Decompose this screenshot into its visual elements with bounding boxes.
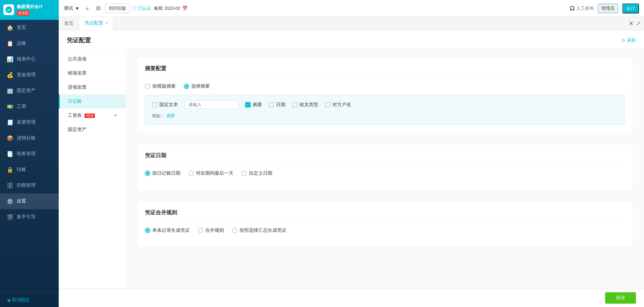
sidebar-item-invoice[interactable]: 🧾 发票管理 [0, 115, 59, 130]
sidebar-item-home[interactable]: 🏠 首页 [0, 20, 59, 36]
sidebar-item-funds[interactable]: 💰 资金管理 [0, 67, 59, 83]
sidebar-label-archive: 归档管理 [17, 182, 36, 188]
content-layout: 公共选项 销项发票 进项发票 日记账 工资表 NEW ▼ 固定资产 [59, 49, 644, 307]
sidebar-item-purchase[interactable]: 📦 进销台账 [0, 130, 59, 146]
project-arrow-icon: ▼ [75, 6, 79, 11]
radio-single-circle [145, 228, 150, 233]
checkbox-fixed-text[interactable]: 固定文本 [152, 102, 178, 108]
sidebar: 畅捷通好会计 专业版 🏠 首页 📋 总账 📊 报表中心 💰 资金管理 🏢 固定资… [0, 0, 59, 307]
checkbox-counterpart-label: 对方户名 [332, 102, 351, 108]
sidebar-item-settings[interactable]: ⚙️ 设置 [0, 193, 59, 209]
merge-title: 凭证合并规则 [145, 209, 625, 221]
sidebar-item-payroll[interactable]: 💵 工资 [0, 99, 59, 115]
merge-radio-group: 单条记录生成凭证 合并规则 按照选择汇总生成凭证 [145, 227, 625, 233]
close-panel-button[interactable]: ✕ [629, 20, 634, 27]
summary-radio-group: 按模版摘要 选择摘要 [145, 83, 625, 89]
radio-select-circle [184, 84, 189, 89]
save-button[interactable]: 保存 [605, 292, 636, 304]
checkbox-fixed-text-box [152, 102, 157, 107]
radio-merge-rule[interactable]: 合并规则 [198, 227, 224, 233]
refresh-button[interactable]: ↻ 刷新 [622, 37, 636, 43]
checkbox-counterpart-box [325, 102, 330, 107]
nav-item-payroll[interactable]: 工资表 NEW ▼ [59, 108, 125, 123]
sidebar-item-assets[interactable]: 🏢 固定资产 [0, 83, 59, 99]
sidebar-item-ledger[interactable]: 📋 总账 [0, 36, 59, 51]
tab-voucher-config[interactable]: 凭证配置 × [79, 17, 113, 30]
tax-icon: 📑 [7, 151, 13, 157]
nav-item-journal[interactable]: 日记账 [59, 94, 125, 108]
shield-icon: 🛡 [132, 6, 137, 11]
checkbox-income-type-box [292, 102, 298, 107]
topbar-actions: ＋ ⚙ 切到旧版 🛡 已认证 账期 2023-02 📅 [83, 3, 187, 14]
fixed-text-input[interactable] [185, 100, 238, 109]
nav-item-fixed[interactable]: 固定资产 [59, 123, 125, 137]
radio-selected-summary[interactable]: 按照选择汇总生成凭证 [232, 227, 286, 233]
help-button[interactable]: 🎧 人工咨询 [570, 5, 594, 11]
logo-name: 畅捷通好会计 [17, 4, 43, 10]
calendar-icon: 📅 [182, 6, 187, 11]
checkbox-date[interactable]: 日期 [269, 102, 285, 108]
page-title: 凭证配置 [67, 36, 91, 44]
sidebar-item-reports[interactable]: 📊 报表中心 [0, 51, 59, 67]
checkbox-summary[interactable]: 摘要 [245, 102, 262, 108]
checkbox-date-box [269, 102, 274, 107]
svg-point-0 [5, 6, 12, 13]
radio-template[interactable]: 按模版摘要 [145, 83, 176, 89]
user-button[interactable]: 管理员 [598, 4, 618, 13]
sidebar-logo[interactable]: 畅捷通好会计 专业版 [0, 0, 59, 20]
nav-item-purchase[interactable]: 进项发票 [59, 80, 125, 94]
role-button[interactable]: 会计 [622, 3, 639, 13]
payroll-icon: 💵 [7, 103, 13, 110]
example-value: 摘要 [166, 113, 175, 118]
nav-item-public[interactable]: 公共选项 [59, 52, 125, 66]
tab-home[interactable]: 首页 [59, 17, 79, 30]
assets-icon: 🏢 [7, 88, 13, 94]
sidebar-item-guide[interactable]: 🎬 新手引导 [0, 209, 59, 225]
purchase-icon: 📦 [7, 135, 13, 141]
example-prefix: 例如： [152, 113, 165, 118]
radio-period-last[interactable]: 对应期间最后一天 [189, 170, 233, 176]
sidebar-label-ledger: 总账 [17, 40, 26, 46]
page-header: 凭证配置 ↻ 刷新 [59, 30, 644, 49]
add-button[interactable]: ＋ [83, 3, 92, 14]
unpin-label: 取消固定 [12, 297, 30, 303]
archive-icon: 🗄️ [7, 182, 13, 189]
tabbar: 首页 凭证配置 × ✕ ⤢ [59, 17, 644, 30]
period-label: 账期 [154, 5, 163, 11]
settings-icon: ⚙️ [7, 198, 13, 205]
sidebar-item-close[interactable]: 🔒 结账 [0, 162, 59, 178]
checkbox-fixed-text-label: 固定文本 [159, 102, 178, 108]
nav-item-sales[interactable]: 销项发票 [59, 66, 125, 80]
close-account-icon: 🔒 [7, 167, 13, 173]
logo-edition: 专业版 [17, 10, 30, 16]
radio-selected-summary-circle [232, 228, 237, 233]
settings-button[interactable]: ⚙ [94, 3, 102, 13]
date-title: 凭证日期 [145, 152, 625, 164]
expand-button[interactable]: ⤢ [636, 20, 641, 27]
sidebar-menu: 🏠 首页 📋 总账 📊 报表中心 💰 资金管理 🏢 固定资产 💵 工资 🧾 发票… [0, 20, 59, 293]
example-text: 例如： 摘要 [152, 113, 618, 119]
ledger-icon: 📋 [7, 40, 13, 47]
sidebar-item-archive[interactable]: 🗄️ 归档管理 [0, 178, 59, 193]
switch-old-version-button[interactable]: 切到旧版 [105, 4, 130, 13]
sidebar-item-tax[interactable]: 📑 税务管理 [0, 146, 59, 162]
tab-close-icon[interactable]: × [105, 21, 108, 26]
radio-journal-date[interactable]: 按日记账日期 [145, 170, 180, 176]
funds-icon: 💰 [7, 72, 13, 78]
radio-custom-date[interactable]: 自定义日期 [241, 170, 272, 176]
checkbox-income-type[interactable]: 收支类型 [292, 102, 318, 108]
radio-selected-summary-label: 按照选择汇总生成凭证 [239, 227, 286, 233]
radio-template-circle [145, 84, 150, 89]
sidebar-label-funds: 资金管理 [17, 72, 36, 78]
sidebar-unpin[interactable]: ◀ 取消固定 [0, 293, 59, 307]
radio-select[interactable]: 选择摘要 [184, 83, 210, 89]
main-content: 凭证配置 ↻ 刷新 公共选项 销项发票 进项发票 日记账 工资表 N [59, 30, 644, 307]
radio-merge-rule-circle [198, 228, 203, 233]
checkbox-counterpart[interactable]: 对方户名 [325, 102, 351, 108]
tabbar-actions: ✕ ⤢ [625, 20, 644, 27]
radio-template-label: 按模版摘要 [152, 83, 176, 89]
radio-select-label: 选择摘要 [191, 83, 210, 89]
project-selector[interactable]: 测试 ▼ [64, 5, 79, 11]
reports-icon: 📊 [7, 56, 13, 62]
radio-single[interactable]: 单条记录生成凭证 [145, 227, 190, 233]
